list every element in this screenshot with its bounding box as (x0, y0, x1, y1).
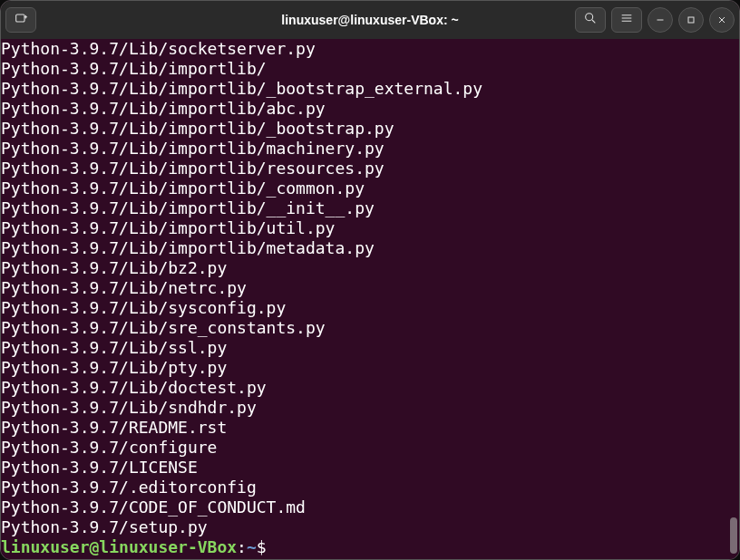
svg-rect-7 (688, 17, 694, 23)
terminal-line: Python-3.9.7/configure (1, 438, 739, 458)
terminal-line: Python-3.9.7/Lib/sysconfig.py (1, 298, 739, 318)
terminal-line: Python-3.9.7/CODE_OF_CONDUCT.md (1, 497, 739, 517)
terminal-line: Python-3.9.7/Lib/pty.py (1, 358, 739, 378)
close-icon (716, 12, 727, 29)
terminal-line: Python-3.9.7/Lib/importlib/resources.py (1, 159, 739, 179)
terminal-line: Python-3.9.7/Lib/socketserver.py (1, 39, 739, 59)
terminal-line: Python-3.9.7/Lib/sndhdr.py (1, 398, 739, 418)
search-button[interactable] (575, 7, 606, 33)
terminal-line: Python-3.9.7/.editorconfig (1, 478, 739, 497)
search-icon (583, 11, 598, 29)
terminal-line: Python-3.9.7/Lib/sre_constants.py (1, 318, 739, 338)
svg-point-1 (586, 14, 593, 21)
titlebar: linuxuser@linuxuser-VBox: ~ (1, 1, 739, 39)
terminal-line: Python-3.9.7/Lib/ssl.py (1, 338, 739, 358)
menu-button[interactable] (611, 7, 642, 33)
titlebar-left (1, 7, 36, 33)
minimize-icon (655, 12, 666, 29)
titlebar-right (575, 7, 739, 33)
terminal-line: Python-3.9.7/Lib/bz2.py (1, 258, 739, 278)
prompt-user-host: linuxuser@linuxuser-VBox (1, 537, 237, 556)
terminal-prompt[interactable]: linuxuser@linuxuser-VBox:~$ (1, 537, 739, 557)
scrollbar-track[interactable] (728, 39, 737, 557)
hamburger-icon (619, 11, 634, 29)
terminal-body[interactable]: Python-3.9.7/Lib/socketserver.pyPython-3… (1, 39, 739, 559)
maximize-icon (686, 12, 696, 29)
close-button[interactable] (709, 7, 735, 33)
minimize-button[interactable] (648, 7, 673, 33)
terminal-line: Python-3.9.7/Lib/importlib/machinery.py (1, 139, 739, 159)
svg-rect-0 (16, 14, 24, 22)
terminal-line: Python-3.9.7/README.rst (1, 418, 739, 438)
new-tab-button[interactable] (5, 7, 36, 33)
terminal-line: Python-3.9.7/Lib/doctest.py (1, 378, 739, 398)
prompt-separator: : (237, 537, 247, 556)
terminal-line: Python-3.9.7/setup.py (1, 517, 739, 537)
terminal-window: linuxuser@linuxuser-VBox: ~ (0, 0, 740, 560)
terminal-line: Python-3.9.7/Lib/importlib/_bootstrap_ex… (1, 79, 739, 99)
maximize-button[interactable] (678, 7, 704, 33)
terminal-line: Python-3.9.7/Lib/importlib/_bootstrap.py (1, 119, 739, 139)
scrollbar-thumb[interactable] (730, 517, 737, 554)
terminal-line: Python-3.9.7/Lib/importlib/__init__.py (1, 198, 739, 218)
terminal-line: Python-3.9.7/Lib/importlib/metadata.py (1, 238, 739, 258)
terminal-line: Python-3.9.7/Lib/importlib/util.py (1, 218, 739, 238)
prompt-symbol: $ (257, 537, 277, 556)
terminal-line: Python-3.9.7/Lib/importlib/ (1, 59, 739, 79)
terminal-output: Python-3.9.7/Lib/socketserver.pyPython-3… (1, 39, 739, 559)
terminal-line: Python-3.9.7/LICENSE (1, 458, 739, 478)
terminal-line: Python-3.9.7/Lib/importlib/_common.py (1, 179, 739, 198)
prompt-path: ~ (247, 537, 257, 556)
new-tab-icon (14, 11, 28, 29)
terminal-line: Python-3.9.7/Lib/importlib/abc.py (1, 99, 739, 119)
svg-line-2 (592, 20, 595, 23)
terminal-line: Python-3.9.7/Lib/netrc.py (1, 278, 739, 298)
